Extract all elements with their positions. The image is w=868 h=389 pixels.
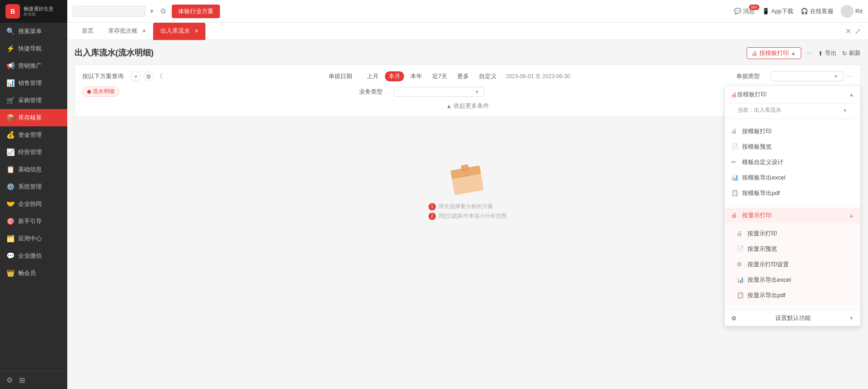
dropdown-item-template-export-pdf[interactable]: 📋 按模板导出pdf [725,185,860,201]
dropdown-item-template-print[interactable]: 🖨 按模板打印 [725,124,860,139]
sidebar-item-operations[interactable]: 📈 经营管理 [0,144,67,161]
settings-bottom-icon[interactable]: ⚙ [6,376,13,384]
toolbar: 🖨 按模板打印 ▲ ··· ⬆ 导出 ↻ 刷新 [747,47,861,59]
toolbar-dots[interactable]: ··· [807,49,813,57]
dropdown-item-display-print-header[interactable]: 🖨 按显示打印 ▲ [725,208,860,223]
user-profile-btn[interactable]: Rit [841,5,863,18]
sidebar-item-marketing[interactable]: 📢 营销推广 [0,57,67,75]
message-icon: 💬 [734,8,741,15]
window-close-btn[interactable]: ✕ [845,27,851,35]
doc-type-select[interactable]: ▼ [771,71,843,81]
window-maximize-btn[interactable]: ⤢ [855,27,861,35]
biz-type-select[interactable]: ▼ [394,87,484,97]
filter-settings-btn[interactable]: ⚙ [144,71,154,81]
dropdown-item-display-print-settings[interactable]: ⚙ 按显示打印设置 [730,257,860,272]
sidebar-label: 销售管理 [18,79,42,87]
app-download-icon: 📱 [762,8,769,15]
sidebar-logo: B 畅捷通好生意 标准版 [0,0,67,23]
logo-icon: B [5,4,20,19]
filter-add-btn[interactable]: + [131,71,141,81]
tab-bar: 首页 库存批次账 × 出入库流水 × ✕ ⤢ [67,23,868,40]
biz-type-arrow: ▼ [474,89,479,95]
finance-icon: 💰 [6,131,15,139]
tab-batch-account-close[interactable]: × [142,27,146,35]
collapse-sidebar-icon[interactable]: ⊞ [19,376,25,384]
dropdown-item-display-print[interactable]: 🖨 按显示打印 [730,226,860,241]
online-service-icon: 🎧 [801,8,808,15]
sidebar-item-wechat[interactable]: 💬 企业微信 [0,247,67,264]
empty-step-1: 1 请先选择要分析的方案 [429,203,507,210]
user-name: Rit [855,8,863,15]
dropdown-item-display-preview[interactable]: 📄 按显示预览 [730,241,860,257]
dropdown-item-template-preview[interactable]: 📄 按模板预览 [725,139,860,155]
sidebar-item-inventory[interactable]: 📦 库存核算 [0,109,67,126]
app-download-btn[interactable]: 📱 App下载 [762,7,793,15]
dropdown-current[interactable]: 当前：出入库流水 ▼ [725,104,860,117]
date-opt-more[interactable]: 更多 [454,71,473,81]
footer-arrow: ▼ [849,315,854,321]
settings-default-icon: ⚙ [731,315,737,322]
filter-row-top: 按以下方案查询 + ⚙ 《 单据日期 上月 本月 本年 近7天 更多 自定义 2… [82,71,853,81]
filter-collapse-icon[interactable]: 《 [156,72,163,80]
date-opt-custom[interactable]: 自定义 [475,71,500,81]
search-input[interactable] [73,6,145,17]
dropdown-footer[interactable]: ⚙ 设置默认功能 ▼ [725,310,860,326]
settings-gear-icon[interactable]: ⚙ [160,7,166,15]
sidebar-item-purchase[interactable]: 🛒 采购管理 [0,92,67,109]
trial-btn[interactable]: 体验行业方案 [172,5,220,18]
sidebar-item-member[interactable]: 👑 畅会员 [0,264,67,282]
tab-flow[interactable]: 出入库流水 × [153,23,205,40]
content-area: 出入库流水(流水明细) 🖨 按模板打印 ▲ ··· ⬆ 导出 ↻ 刷新 按以下方… [67,40,868,389]
display-section: 🖨 按显示打印 📄 按显示预览 ⚙ 按显示打印设置 📊 按显示导出excel 📋 [725,223,860,306]
empty-step-2: 2 用[过滤]条件来缩小分析范围 [429,212,507,220]
step-num-1: 1 [429,203,436,210]
export-btn[interactable]: ⬆ 导出 [818,49,837,57]
collab-icon: 🤝 [6,200,15,208]
tab-home[interactable]: 首页 [75,23,101,40]
topbar: ▼ ⚙ 体验行业方案 💬 消息 99+ 📱 App下载 🎧 在线客服 Rit [67,0,868,23]
template-print-btn[interactable]: 🖨 按模板打印 ▲ [747,47,801,59]
message-btn[interactable]: 💬 消息 99+ [734,7,755,15]
dropdown-item-display-export-excel[interactable]: 📊 按显示导出excel [730,272,860,288]
sidebar-item-sales[interactable]: 📊 销售管理 [0,75,67,92]
dropdown-item-display-export-pdf[interactable]: 📋 按显示导出pdf [730,288,860,303]
empty-step-1-text: 请先选择要分析的方案 [439,203,493,210]
dropdown-item-label: 按模板导出excel [742,174,785,182]
dropdown-item-template-export-excel[interactable]: 📊 按模板导出excel [725,170,860,185]
dropdown-item-label: 按模板导出pdf [742,189,780,197]
date-opt-last-7-days[interactable]: 近7天 [429,71,451,81]
operations-icon: 📈 [6,148,15,156]
date-opt-current-month[interactable]: 本月 [385,71,404,81]
date-opt-last-month[interactable]: 上月 [363,71,382,81]
date-label: 单据日期 [329,72,356,80]
date-opt-current-year[interactable]: 本年 [407,71,426,81]
sidebar-item-quick-nav[interactable]: ⚡ 快捷导航 [0,40,67,57]
sidebar-item-basic[interactable]: 📋 基础信息 [0,161,67,178]
refresh-btn[interactable]: ↻ 刷新 [842,49,861,57]
tab-batch-account-label: 库存批次账 [108,27,138,35]
apps-icon: 🗂️ [6,234,15,243]
tab-batch-account[interactable]: 库存批次账 × [101,23,153,40]
print-label: 按模板打印 [759,49,789,57]
sidebar-label: 应用中心 [18,234,42,243]
date-options: 上月 本月 本年 近7天 更多 自定义 2023-06-01 至 2023-06… [363,71,570,81]
marketing-icon: 📢 [6,62,15,70]
sidebar-item-finance[interactable]: 💰 资金管理 [0,126,67,144]
page-title: 出入库流水(流水明细) [75,47,861,58]
sidebar-item-apps[interactable]: 🗂️ 应用中心 [0,230,67,247]
sidebar-item-guide[interactable]: 🎯 新手引导 [0,213,67,230]
main-area: ▼ ⚙ 体验行业方案 💬 消息 99+ 📱 App下载 🎧 在线客服 Rit [67,0,868,389]
guide-icon: 🎯 [6,217,15,225]
doc-type-more[interactable]: ··· [847,72,853,80]
print-dropdown-arrow[interactable]: ▲ [791,50,796,56]
search-dropdown-arrow[interactable]: ▼ [149,8,155,15]
online-service-btn[interactable]: 🎧 在线客服 [801,7,833,15]
sidebar-item-collab[interactable]: 🤝 企业协同 [0,195,67,213]
dropdown-header[interactable]: 🖨 按模板打印 ▲ [725,86,860,104]
tab-flow-close[interactable]: × [195,27,198,35]
logo-text: 畅捷通好生意 标准版 [24,5,54,17]
sidebar-item-system[interactable]: ⚙️ 系统管理 [0,178,67,195]
dropdown-item-template-custom[interactable]: ✏ 模板自定义设计 [725,155,860,170]
dropdown-item-label: 按显示预览 [748,245,777,253]
sidebar-item-search[interactable]: 🔍 搜索菜单 [0,23,67,40]
